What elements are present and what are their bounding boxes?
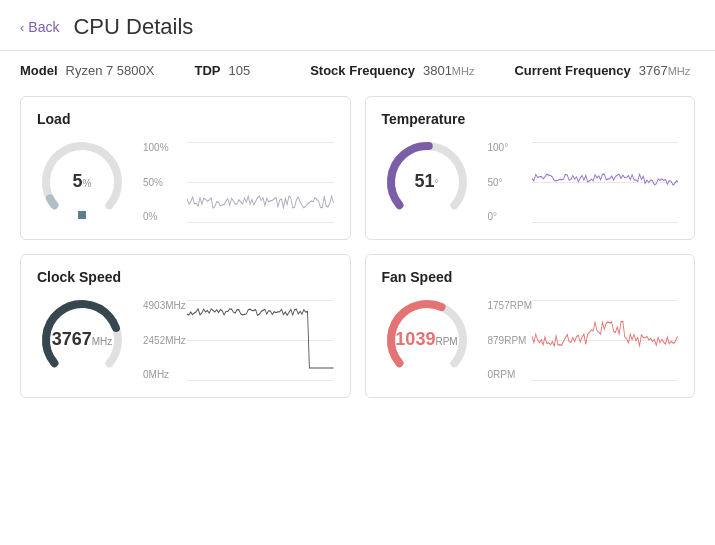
gauge-load: 5% [37, 137, 127, 227]
chart-lines-temperature [532, 142, 679, 222]
y-label-top: 4903MHz [143, 300, 185, 311]
gauge-value-clock: 3767 [52, 329, 92, 349]
y-label-mid: 879RPM [488, 335, 530, 346]
gauge-label-load: 5% [73, 172, 92, 192]
y-label-mid: 50° [488, 177, 530, 188]
y-label-top: 1757RPM [488, 300, 530, 311]
chart-y-labels-load: 100% 50% 0% [143, 142, 185, 222]
card-load: Load 5% 100% 50% 0% [20, 96, 351, 240]
chart-y-labels-temperature: 100° 50° 0° [488, 142, 530, 222]
grid-line-bot [187, 380, 334, 381]
y-label-top: 100° [488, 142, 530, 153]
chart-area-clock: 4903MHz 2452MHz 0MHz [143, 300, 334, 380]
gauge-unit-load: % [83, 178, 92, 189]
gauge-value-fan: 1039 [395, 329, 435, 349]
card-body-fan: 1039RPM 1757RPM 879RPM 0RPM [382, 295, 679, 385]
sparkline-fan [532, 300, 679, 380]
y-label-bot: 0MHz [143, 369, 185, 380]
card-body-load: 5% 100% 50% 0% [37, 137, 334, 227]
sparkline-load [187, 142, 334, 222]
info-value: 3767MHz [639, 63, 691, 78]
gauge-unit-clock: MHz [92, 336, 113, 347]
gauge-unit-temperature: ° [435, 178, 439, 189]
chart-lines-clock [187, 300, 334, 380]
gauge-label-clock: 3767MHz [52, 330, 113, 350]
chart-y-labels-fan: 1757RPM 879RPM 0RPM [488, 300, 530, 380]
sparkline-clock [187, 300, 334, 380]
chart-lines-fan [532, 300, 679, 380]
gauge-label-temperature: 51° [414, 172, 438, 192]
y-label-top: 100% [143, 142, 185, 153]
y-label-bot: 0RPM [488, 369, 530, 380]
gauge-value-load: 5 [73, 171, 83, 191]
y-label-bot: 0° [488, 211, 530, 222]
info-bar: Model Ryzen 7 5800XTDP 105 Stock Frequen… [0, 51, 715, 86]
y-label-mid: 2452MHz [143, 335, 185, 346]
gauge-label-fan: 1039RPM [395, 330, 457, 350]
chart-y-labels-clock: 4903MHz 2452MHz 0MHz [143, 300, 185, 380]
y-label-bot: 0% [143, 211, 185, 222]
chart-area-temperature: 100° 50° 0° [488, 142, 679, 222]
right-info: Stock Frequency 3801MHzCurrent Frequency… [310, 63, 690, 78]
info-item: Model Ryzen 7 5800X [20, 63, 154, 78]
gauge-value-temperature: 51 [414, 171, 434, 191]
grid-line-bot [532, 380, 679, 381]
info-label: Current Frequency [514, 63, 630, 78]
gauge-indicator [78, 211, 86, 219]
card-body-clock: 3767MHz 4903MHz 2452MHz 0MHz [37, 295, 334, 385]
gauge-clock: 3767MHz [37, 295, 127, 385]
card-clock: Clock Speed 3767MHz 4903MHz 2452MHz 0MHz [20, 254, 351, 398]
card-body-temperature: 51° 100° 50° 0° [382, 137, 679, 227]
info-label: Stock Frequency [310, 63, 415, 78]
page-title: CPU Details [73, 14, 193, 40]
chart-lines-load [187, 142, 334, 222]
sparkline-temperature [532, 142, 679, 222]
back-button[interactable]: ‹ Back [20, 19, 59, 35]
info-item: TDP 105 [194, 63, 250, 78]
y-label-mid: 50% [143, 177, 185, 188]
grid-line-bot [532, 222, 679, 223]
info-item: Stock Frequency 3801MHz [310, 63, 474, 78]
info-value: 105 [228, 63, 250, 78]
info-value: Ryzen 7 5800X [66, 63, 155, 78]
gauge-temperature: 51° [382, 137, 472, 227]
info-item: Current Frequency 3767MHz [514, 63, 690, 78]
chart-area-load: 100% 50% 0% [143, 142, 334, 222]
card-fan: Fan Speed 1039RPM 1757RPM 879RPM 0RPM [365, 254, 696, 398]
info-label: TDP [194, 63, 220, 78]
chart-area-fan: 1757RPM 879RPM 0RPM [488, 300, 679, 380]
page-header: ‹ Back CPU Details [0, 0, 715, 51]
grid-line-bot [187, 222, 334, 223]
back-label: Back [28, 19, 59, 35]
chevron-left-icon: ‹ [20, 20, 24, 35]
info-label: Model [20, 63, 58, 78]
gauge-fan: 1039RPM [382, 295, 472, 385]
gauge-unit-fan: RPM [435, 336, 457, 347]
card-temperature: Temperature 51° 100° 50° 0° [365, 96, 696, 240]
info-value: 3801MHz [423, 63, 475, 78]
cards-grid: Load 5% 100% 50% 0% [0, 86, 715, 418]
left-info: Model Ryzen 7 5800XTDP 105 [20, 63, 250, 78]
